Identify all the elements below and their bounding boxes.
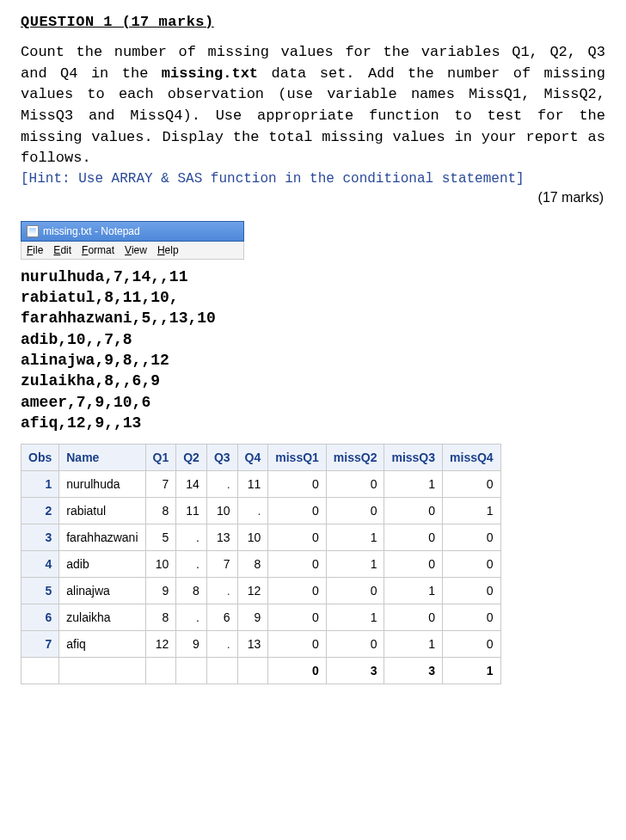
table-cell: 13 (206, 524, 237, 551)
col-obs: Obs (21, 445, 59, 471)
notepad-titlebar: missing.txt - Notepad (21, 221, 244, 242)
table-cell: . (176, 604, 207, 631)
table-cell: 8 (237, 551, 268, 578)
table-cell: 0 (384, 551, 443, 578)
table-cell: 0 (268, 631, 327, 658)
table-row: 7afiq129.130010 (21, 631, 501, 658)
table-cell: afiq (59, 631, 145, 658)
table-cell: 9 (145, 578, 176, 604)
table-cell: 1 (443, 498, 501, 524)
marks-label: (17 marks) (21, 190, 605, 205)
table-row: 2rabiatul81110.0001 (21, 498, 501, 524)
table-cell: adib (59, 551, 145, 578)
notepad-icon (27, 225, 39, 237)
table-cell: 0 (326, 498, 384, 524)
table-cell: 0 (384, 524, 443, 551)
table-cell: 0 (443, 604, 501, 631)
question-body: Count the number of missing values for t… (21, 42, 605, 169)
table-cell: 0 (443, 551, 501, 578)
table-cell: 0 (268, 604, 327, 631)
table-cell: 12 (145, 631, 176, 658)
table-cell: 6 (206, 604, 237, 631)
col-q3: Q3 (206, 445, 237, 471)
table-cell: 0 (268, 524, 327, 551)
table-body: 1nurulhuda714.1100102rabiatul81110.00013… (21, 471, 501, 658)
table-cell: 10 (145, 551, 176, 578)
table-cell: 0 (443, 471, 501, 498)
col-q2: Q2 (176, 445, 207, 471)
table-header-row: Obs Name Q1 Q2 Q3 Q4 missQ1 missQ2 missQ… (21, 445, 501, 471)
table-cell: 8 (176, 578, 207, 604)
table-cell: 8 (145, 604, 176, 631)
table-cell: rabiatul (59, 498, 145, 524)
table-cell: 0 (326, 631, 384, 658)
table-cell: 1 (384, 631, 443, 658)
table-cell: 7 (206, 551, 237, 578)
footer-missq3: 3 (384, 658, 443, 684)
col-missq2: missQ2 (326, 445, 384, 471)
result-table: Obs Name Q1 Q2 Q3 Q4 missQ1 missQ2 missQ… (21, 444, 501, 684)
table-row: 1nurulhuda714.110010 (21, 471, 501, 498)
table-cell: . (206, 631, 237, 658)
col-q4: Q4 (237, 445, 268, 471)
notepad-menu-help[interactable]: Help (157, 244, 179, 256)
notepad-menu-view[interactable]: View (125, 244, 147, 256)
table-cell: 0 (443, 631, 501, 658)
table-cell: farahhazwani (59, 524, 145, 551)
table-cell: 7 (145, 471, 176, 498)
table-row: 4adib10.780100 (21, 551, 501, 578)
footer-q4 (237, 658, 268, 684)
table-cell: 10 (237, 524, 268, 551)
table-cell: . (176, 524, 207, 551)
notepad-menubar[interactable]: File Edit Format View Help (21, 242, 244, 260)
table-cell: . (206, 471, 237, 498)
table-cell: 1 (384, 471, 443, 498)
footer-q2 (176, 658, 207, 684)
table-cell: 5 (21, 578, 59, 604)
table-cell: 0 (384, 498, 443, 524)
table-row: 5alinajwa98.120010 (21, 578, 501, 604)
table-cell: 11 (237, 471, 268, 498)
table-cell: 11 (176, 498, 207, 524)
table-cell: alinajwa (59, 578, 145, 604)
notepad-title-text: missing.txt - Notepad (43, 225, 140, 237)
footer-missq1: 0 (268, 658, 327, 684)
footer-obs (21, 658, 59, 684)
body-bold-filename: missing.txt (162, 65, 258, 82)
table-cell: 0 (384, 604, 443, 631)
table-row: 3farahhazwani5.13100100 (21, 524, 501, 551)
table-cell: 0 (443, 578, 501, 604)
notepad-menu-file[interactable]: File (27, 244, 43, 256)
footer-missq2: 3 (326, 658, 384, 684)
table-footer-row: 0 3 3 1 (21, 658, 501, 684)
table-cell: 1 (384, 578, 443, 604)
table-cell: 9 (176, 631, 207, 658)
table-cell: 9 (237, 604, 268, 631)
table-cell: . (206, 578, 237, 604)
table-cell: 2 (21, 498, 59, 524)
table-cell: 5 (145, 524, 176, 551)
footer-q3 (206, 658, 237, 684)
table-cell: 0 (443, 524, 501, 551)
col-missq1: missQ1 (268, 445, 327, 471)
table-cell: 1 (326, 551, 384, 578)
notepad-menu-format[interactable]: Format (82, 244, 114, 256)
table-cell: 0 (268, 471, 327, 498)
table-cell: 10 (206, 498, 237, 524)
table-cell: 6 (21, 604, 59, 631)
table-cell: 13 (237, 631, 268, 658)
table-cell: zulaikha (59, 604, 145, 631)
table-cell: . (176, 551, 207, 578)
table-cell: 0 (268, 498, 327, 524)
col-missq3: missQ3 (384, 445, 443, 471)
table-cell: 12 (237, 578, 268, 604)
table-cell: 0 (268, 578, 327, 604)
footer-missq4: 1 (443, 658, 501, 684)
table-cell: 14 (176, 471, 207, 498)
notepad-content: nurulhuda,7,14,,11 rabiatul,8,11,10, far… (21, 265, 605, 440)
hint-text: [Hint: Use ARRAY & SAS function in the c… (21, 171, 605, 187)
table-cell: 0 (326, 471, 384, 498)
notepad-menu-edit[interactable]: Edit (53, 244, 71, 256)
table-cell: 1 (326, 524, 384, 551)
table-cell: 7 (21, 631, 59, 658)
